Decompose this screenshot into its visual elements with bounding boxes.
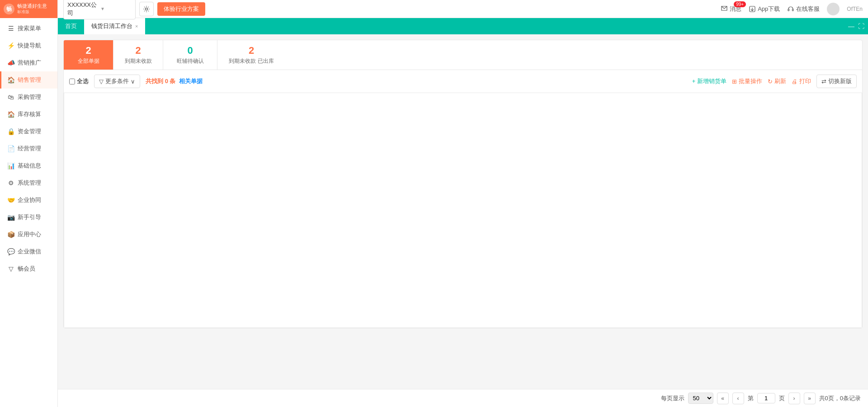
inventory-icon: 🏠 — [7, 111, 15, 118]
stats-tab-pending[interactable]: 0 旺辅待确认 — [163, 40, 217, 70]
sidebar-item-marketing[interactable]: 📣 营销推广 — [0, 54, 57, 71]
purchase-icon: 🛍 — [7, 94, 15, 101]
sidebar-item-wechat[interactable]: 💬 企业微信 — [0, 243, 57, 260]
message-badge: 99+ — [734, 1, 746, 7]
sidebar-item-sales[interactable]: 🏠 销售管理 — [0, 71, 57, 89]
refresh-button[interactable]: ↻ 刷新 — [768, 77, 786, 85]
sidebar-item-system[interactable]: ⚙ 系统管理 — [0, 174, 57, 192]
filter-button[interactable]: ▽ 更多条件 ∨ — [94, 75, 140, 88]
switch-icon: ⇄ — [821, 78, 826, 85]
marketing-icon: 📣 — [7, 59, 15, 66]
next-page-button[interactable]: › — [788, 393, 800, 404]
sidebar-nav: ☰ 搜索菜单 ⚡ 快捷导航 📣 营销推广 🏠 销售管理 🛍 采购管理 🏠 库存核… — [0, 18, 57, 407]
message-button[interactable]: 消息 99+ — [721, 5, 741, 13]
quick-nav-icon: ⚡ — [7, 42, 15, 49]
sidebar-item-basic-info[interactable]: 📊 基础信息 — [0, 157, 57, 174]
page-input[interactable] — [757, 393, 775, 403]
batch-operation-button[interactable]: ⊞ 批量操作 — [732, 77, 762, 85]
sidebar-item-finance[interactable]: 🔒 资金管理 — [0, 123, 57, 140]
header-right: 消息 99+ App下载 在线客服 OfTEn — [721, 3, 863, 15]
stats-tab-overdue[interactable]: 2 到期未收款 — [113, 40, 163, 70]
sidebar-item-enterprise[interactable]: 🤝 企业协同 — [0, 192, 57, 209]
search-menu-icon: ☰ — [7, 25, 15, 32]
system-icon: ⚙ — [7, 179, 15, 187]
switch-version-button[interactable]: ⇄ 切换新版 — [816, 75, 857, 88]
content-area — [64, 93, 862, 328]
select-all-area[interactable]: 全选 — [69, 77, 89, 85]
last-page-button[interactable]: » — [804, 393, 816, 404]
tab-actions: — ⛶ — [848, 23, 868, 30]
page-size-select[interactable]: 50 100 200 — [688, 393, 713, 404]
close-tab-icon[interactable]: × — [135, 23, 138, 29]
add-sales-order-button[interactable]: + 新增销货单 — [692, 77, 726, 85]
tab-home[interactable]: 首页 — [58, 18, 84, 34]
page-suffix: 页 — [779, 394, 785, 402]
pagination-bar: 每页显示 50 100 200 « ‹ 第 页 › » 共0页，0条记录 — [58, 389, 868, 407]
user-name[interactable]: OfTEn — [847, 6, 863, 12]
sidebar-item-guide[interactable]: 📷 新手引导 — [0, 209, 57, 226]
print-icon: 🖨 — [792, 78, 797, 85]
toolbar-right: + 新增销货单 ⊞ 批量操作 ↻ 刷新 🖨 打印 ⇄ 切换新版 — [692, 75, 857, 88]
batch-icon: ⊞ — [732, 78, 737, 85]
finance-icon: 🔒 — [7, 128, 15, 135]
member-icon: ▽ — [7, 265, 15, 272]
select-all-checkbox[interactable] — [69, 79, 75, 84]
tab-bar: 首页 钱货日清工作台 × — ⛶ — [58, 18, 868, 34]
found-count: 0 — [165, 78, 168, 84]
found-text: 共找到 0 条 相关单据 — [146, 77, 203, 85]
svg-point-0 — [146, 8, 148, 10]
online-service-button[interactable]: 在线客服 — [787, 5, 820, 13]
sales-icon: 🏠 — [7, 76, 15, 84]
sidebar-item-inventory[interactable]: 🏠 库存核算 — [0, 106, 57, 123]
svg-rect-3 — [793, 9, 794, 11]
sidebar-item-search-menu[interactable]: ☰ 搜索菜单 — [0, 20, 57, 37]
wechat-icon: 💬 — [7, 248, 15, 255]
company-dropdown-arrow: ▼ — [100, 6, 132, 11]
main-content: 2 全部单据 2 到期未收款 0 旺辅待确认 2 到期未收款 已出库 全选 — [58, 34, 868, 407]
filter-icon: ▽ — [99, 78, 104, 85]
sidebar: 畅 畅捷通好生意 标准版 ☰ 搜索菜单 ⚡ 快捷导航 📣 营销推广 🏠 销售管理… — [0, 0, 58, 407]
settings-button[interactable] — [139, 2, 154, 16]
app-center-icon: 📦 — [7, 231, 15, 238]
guide-icon: 📷 — [7, 214, 15, 221]
section-wrap: 2 全部单据 2 到期未收款 0 旺辅待确认 2 到期未收款 已出库 全选 — [63, 40, 863, 328]
sidebar-item-quick-nav[interactable]: ⚡ 快捷导航 — [0, 37, 57, 54]
page-label: 第 — [748, 394, 754, 402]
prev-page-button[interactable]: ‹ — [732, 393, 744, 404]
stats-tab-shipped[interactable]: 2 到期未收款 已出库 — [217, 40, 285, 70]
company-selector[interactable]: XXXXXX公司 ▼ — [63, 0, 136, 19]
toolbar-left: 全选 ▽ 更多条件 ∨ 共找到 0 条 相关单据 — [69, 75, 203, 88]
sidebar-header: 畅 畅捷通好生意 标准版 — [0, 0, 57, 18]
refresh-icon: ↻ — [768, 78, 773, 85]
sidebar-logo-text: 畅捷通好生意 标准版 — [17, 3, 47, 15]
sidebar-item-operations[interactable]: 📄 经营管理 — [0, 140, 57, 157]
sidebar-item-app-center[interactable]: 📦 应用中心 — [0, 226, 57, 243]
toolbar: 全选 ▽ 更多条件 ∨ 共找到 0 条 相关单据 + 新增销货单 — [64, 70, 862, 93]
svg-rect-2 — [788, 9, 789, 11]
sidebar-logo-icon: 畅 — [4, 4, 14, 14]
tab-expand-icon[interactable]: ⛶ — [858, 23, 864, 30]
app-download-button[interactable]: App下载 — [749, 5, 780, 13]
first-page-button[interactable]: « — [717, 393, 729, 404]
enterprise-icon: 🤝 — [7, 196, 15, 204]
top-header: XXXXXX公司 ▼ 体验行业方案 消息 99+ App下载 — [0, 0, 868, 18]
stats-tabs: 2 全部单据 2 到期未收款 0 旺辅待确认 2 到期未收款 已出库 — [64, 40, 862, 70]
print-button[interactable]: 🖨 打印 — [792, 77, 811, 85]
sidebar-item-purchase[interactable]: 🛍 采购管理 — [0, 89, 57, 106]
tab-minimize-icon[interactable]: — — [848, 23, 854, 30]
avatar[interactable] — [827, 3, 840, 15]
operations-icon: 📄 — [7, 145, 15, 152]
tab-workbench[interactable]: 钱货日清工作台 × — [84, 18, 145, 34]
filter-dropdown-icon: ∨ — [131, 78, 135, 85]
basic-info-icon: 📊 — [7, 162, 15, 169]
sidebar-item-member[interactable]: ▽ 畅会员 — [0, 260, 57, 277]
select-all-label: 全选 — [77, 77, 89, 85]
total-records-text: 共0页，0条记录 — [819, 394, 861, 402]
trial-button[interactable]: 体验行业方案 — [157, 2, 205, 16]
stats-tab-all[interactable]: 2 全部单据 — [64, 40, 113, 70]
